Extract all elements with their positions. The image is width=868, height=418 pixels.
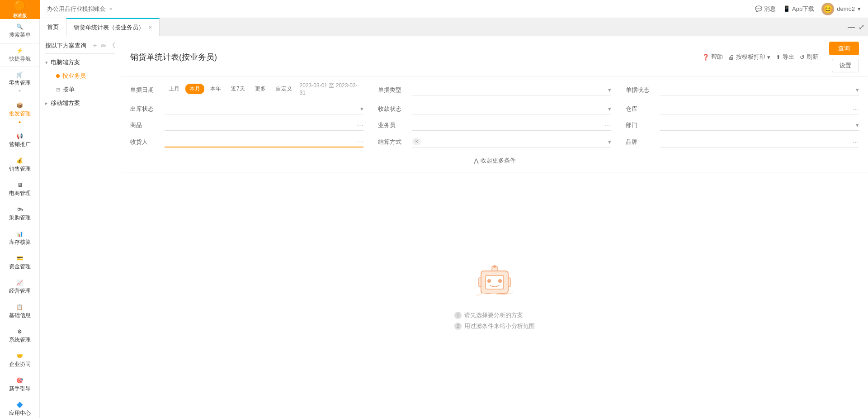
- date-last-month[interactable]: 上月: [165, 84, 184, 94]
- tabbar: 首页 销货单统计表（按业务员） × — ⤢: [40, 18, 868, 36]
- sidebar-item-retail[interactable]: 🛒 零售管理 ▾: [0, 67, 39, 98]
- receiver-field[interactable]: ···: [165, 136, 363, 147]
- filter-row-4: 收货人 ··· 结算方式 × ▾ 品牌: [130, 136, 859, 147]
- chevron-down-icon: ▾: [19, 88, 21, 93]
- ecommerce-icon: 🖥: [17, 182, 23, 188]
- empty-tip-1: 1 请先选择要分析的方案: [454, 311, 535, 319]
- doc-status-arrow-icon: ▾: [856, 86, 859, 93]
- tree-folder-desktop[interactable]: ▾ 电脑端方案: [40, 56, 121, 69]
- tree-item-by-salesperson[interactable]: 按业务员: [51, 69, 121, 83]
- main-area: 办公用品行业模拟账套 ▾ 💬 消息 📱 App下载 😊 demo2 ▾ 首: [40, 0, 868, 418]
- refresh-btn[interactable]: ↺ 刷新: [800, 53, 818, 61]
- doc-type-arrow-icon: ▾: [608, 86, 611, 93]
- nav-icon: ⚡: [16, 48, 23, 54]
- pay-status-dropdown[interactable]: ▾: [412, 104, 611, 114]
- salesperson-dots: ···: [605, 122, 611, 128]
- warehouse-label: 仓库: [626, 105, 653, 113]
- collapse-panel-btn[interactable]: 《: [109, 42, 115, 50]
- sidebar-item-sales[interactable]: 💰 销售管理: [0, 153, 39, 177]
- export-btn[interactable]: ⬆ 导出: [776, 53, 794, 61]
- department-dropdown[interactable]: ▾: [660, 120, 859, 131]
- marketing-icon: 📢: [16, 133, 23, 139]
- sidebar-item-marketing[interactable]: 📢 营销推广: [0, 128, 39, 153]
- sidebar-item-system[interactable]: ⚙ 系统管理: [0, 324, 39, 348]
- tab-maximize-icon[interactable]: ⤢: [859, 23, 864, 31]
- add-scheme-btn[interactable]: ＋: [92, 42, 98, 50]
- ops-icon: 📈: [16, 280, 23, 286]
- message-icon: 💬: [755, 5, 762, 12]
- product-field[interactable]: ···: [165, 120, 363, 131]
- tab-minimize-icon[interactable]: —: [848, 23, 855, 31]
- warehouse-field[interactable]: ···: [660, 104, 859, 114]
- tree-item-by-order[interactable]: ⊞ 按单: [51, 83, 121, 96]
- search-menu[interactable]: 🔍 搜索菜单: [0, 19, 39, 44]
- pay-status-arrow-icon: ▾: [608, 105, 611, 112]
- svg-point-5: [493, 265, 496, 268]
- user-chevron-icon: ▾: [858, 5, 861, 12]
- chevron-up-icon: ▴: [19, 119, 21, 124]
- user-menu[interactable]: 😊 demo2 ▾: [821, 3, 861, 15]
- tabbar-actions: — ⤢: [848, 23, 868, 31]
- settings-button[interactable]: 设置: [832, 59, 859, 72]
- sidebar-item-corp[interactable]: 🤝 企业协同: [0, 348, 39, 373]
- date-this-month[interactable]: 本月: [185, 84, 204, 94]
- sidebar-item-ops[interactable]: 📈 经营管理: [0, 275, 39, 299]
- date-more[interactable]: 更多: [251, 84, 270, 94]
- retail-icon: 🛒: [16, 71, 23, 78]
- query-button[interactable]: 查询: [829, 42, 859, 55]
- receiver-dots: ···: [357, 138, 363, 145]
- filter-area: 单据日期 上月 本月 本年 近7天 更多 自定义 2023-03-01 至 20…: [121, 76, 868, 172]
- sidebar-item-basic[interactable]: 📋 基础信息: [0, 299, 39, 324]
- brand-label: 品牌: [626, 138, 653, 146]
- sidebar-item-wholesale[interactable]: 📦 批发管理 ▴: [0, 98, 39, 128]
- svg-rect-7: [508, 278, 510, 287]
- avatar: 😊: [821, 3, 834, 15]
- sales-icon: 💰: [16, 157, 23, 164]
- panel-divider: [45, 53, 115, 54]
- empty-state: 1 请先选择要分析的方案 2 用过滤条件来缩小分析范围: [121, 172, 868, 418]
- tab-sales-stat[interactable]: 销货单统计表（按业务员） ×: [66, 18, 160, 36]
- doc-status-label: 单据状态: [626, 86, 653, 94]
- tip-num-2: 2: [454, 323, 462, 330]
- print-btn[interactable]: 🖨 按模板打印 ▾: [728, 53, 770, 61]
- warehouse-dots: ···: [853, 105, 859, 112]
- collapse-up-icon: ⋀: [474, 157, 479, 164]
- newbie-icon: 🎯: [16, 377, 23, 384]
- doc-type-dropdown[interactable]: ▾: [412, 85, 611, 95]
- sidebar-item-apps[interactable]: 🔷 应用中心: [0, 397, 39, 418]
- sidebar-item-purchase[interactable]: 🛍 采购管理: [0, 202, 39, 226]
- edit-scheme-btn[interactable]: ✏: [101, 42, 106, 49]
- page-title: 销货单统计表(按业务员): [130, 52, 217, 62]
- doc-status-dropdown[interactable]: ▾: [660, 85, 859, 95]
- refresh-icon: ↺: [800, 54, 805, 61]
- tab-close-icon[interactable]: ×: [149, 24, 152, 31]
- settlement-tag-close[interactable]: ×: [415, 138, 418, 145]
- salesperson-field[interactable]: ···: [412, 120, 611, 131]
- sidebar-item-inventory[interactable]: 📊 库存核算: [0, 226, 39, 251]
- filter-row-1: 单据日期 上月 本月 本年 近7天 更多 自定义 2023-03-01 至 20…: [130, 82, 859, 98]
- app-download-btn[interactable]: 📱 App下载: [783, 5, 814, 13]
- date-label: 单据日期: [130, 86, 157, 94]
- date-custom[interactable]: 自定义: [272, 84, 296, 94]
- pay-status-label: 收款状态: [378, 105, 405, 113]
- collapse-btn[interactable]: ⋀ 收起更多条件: [474, 157, 516, 165]
- tree-folder-mobile[interactable]: ▸ 移动端方案: [40, 96, 121, 110]
- app-logo[interactable]: 🟠 标准版: [0, 0, 40, 19]
- sidebar-item-ecommerce[interactable]: 🖥 电商管理: [0, 177, 39, 202]
- corp-icon: 🤝: [16, 353, 23, 359]
- topbar-left: 办公用品行业模拟账套 ▾: [47, 5, 113, 13]
- quick-nav[interactable]: ⚡ 快捷导航: [0, 44, 39, 67]
- product-dots: ···: [357, 122, 363, 128]
- tab-home[interactable]: 首页: [40, 18, 66, 36]
- out-status-dropdown[interactable]: ▾: [165, 104, 363, 114]
- apps-icon: 🔷: [16, 402, 23, 408]
- date-last-7days[interactable]: 近7天: [227, 84, 249, 94]
- sidebar-item-finance[interactable]: 💳 资金管理: [0, 251, 39, 275]
- sidebar-item-newbie[interactable]: 🎯 新手引导: [0, 373, 39, 397]
- brand-field[interactable]: ···: [660, 137, 859, 147]
- date-this-year[interactable]: 本年: [206, 84, 225, 94]
- doc-type-label: 单据类型: [378, 86, 405, 94]
- message-btn[interactable]: 💬 消息: [755, 5, 776, 13]
- help-btn[interactable]: ❓ 帮助: [702, 53, 723, 61]
- filter-row-2: 出库状态 ▾ 收款状态 ▾ 仓库 ···: [130, 104, 859, 114]
